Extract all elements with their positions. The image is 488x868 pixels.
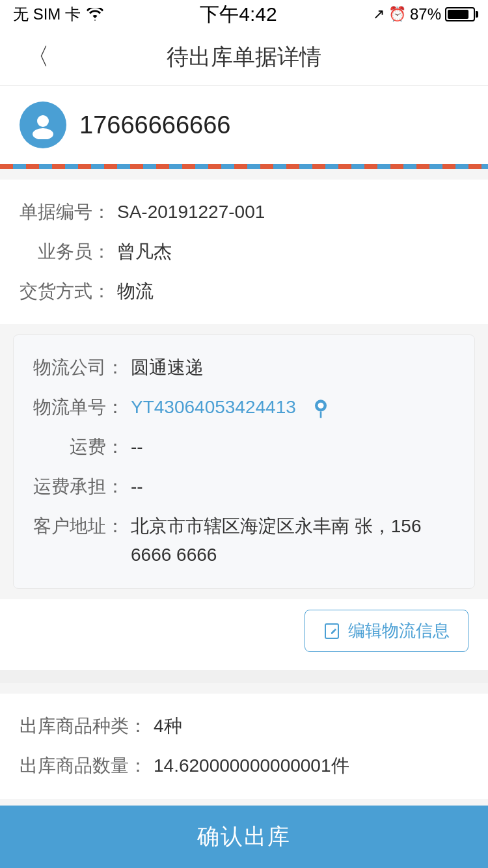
- dashed-divider: [0, 164, 488, 169]
- edit-logistics-button[interactable]: 编辑物流信息: [305, 610, 468, 652]
- delivery-label: 交货方式：: [20, 277, 111, 306]
- battery-percent: 87%: [410, 5, 441, 23]
- goods-quantity-value: 14.620000000000001件: [154, 752, 468, 781]
- edit-icon: [323, 622, 342, 640]
- doc-number-label: 单据编号：: [20, 198, 111, 227]
- salesperson-value: 曾凡杰: [117, 237, 468, 267]
- freight-value: --: [131, 433, 455, 462]
- goods-info-section: 出库商品种类： 4种 出库商品数量： 14.620000000000001件: [0, 694, 488, 799]
- wifi-icon: [86, 8, 104, 21]
- edit-logistics-label: 编辑物流信息: [348, 619, 450, 642]
- tracking-label: 物流单号：: [33, 393, 124, 422]
- goods-type-label: 出库商品种类：: [20, 712, 147, 741]
- back-button[interactable]: 〈: [20, 34, 56, 79]
- goods-type-row: 出库商品种类： 4种: [20, 712, 468, 741]
- customer-header: 17666666666: [0, 86, 488, 164]
- avatar-icon: [29, 111, 57, 139]
- tracking-value: YT43064053424413: [131, 393, 455, 422]
- confirm-label: 确认出库: [197, 822, 291, 852]
- customer-phone: 17666666666: [79, 111, 230, 139]
- salesperson-label: 业务员：: [20, 237, 111, 267]
- doc-number-value: SA-20191227-001: [117, 198, 468, 227]
- avatar: [20, 102, 66, 148]
- page-title: 待出库单据详情: [167, 42, 321, 72]
- svg-point-1: [33, 128, 53, 139]
- nav-bar: 〈 待出库单据详情: [0, 29, 488, 86]
- location-status-icon: ↗: [373, 6, 385, 23]
- goods-quantity-label: 出库商品数量：: [20, 752, 147, 781]
- freight-payer-value: --: [131, 472, 455, 502]
- freight-label: 运费：: [33, 433, 124, 462]
- status-right: ↗ ⏰ 87%: [373, 5, 475, 23]
- edit-logistics-row: 编辑物流信息: [0, 599, 488, 670]
- delivery-row: 交货方式： 物流: [20, 277, 468, 306]
- svg-point-0: [37, 115, 49, 127]
- doc-number-row: 单据编号： SA-20191227-001: [20, 198, 468, 227]
- logistics-company-row: 物流公司： 圆通速递: [33, 353, 455, 383]
- alarm-icon: ⏰: [388, 6, 406, 23]
- time-display: 下午4:42: [200, 1, 277, 28]
- salesperson-row: 业务员： 曾凡杰: [20, 237, 468, 267]
- carrier-text: 无 SIM 卡: [13, 4, 81, 25]
- svg-rect-4: [325, 624, 338, 638]
- delivery-value: 物流: [117, 277, 468, 306]
- logistics-company-label: 物流公司：: [33, 353, 124, 383]
- goods-type-value: 4种: [154, 712, 468, 741]
- section-divider: [0, 670, 488, 683]
- logistics-company-value: 圆通速递: [131, 353, 455, 383]
- document-info-section: 单据编号： SA-20191227-001 业务员： 曾凡杰 交货方式： 物流: [0, 180, 488, 324]
- battery-icon: [445, 7, 475, 21]
- freight-payer-row: 运费承担： --: [33, 472, 455, 502]
- tracking-row: 物流单号： YT43064053424413: [33, 393, 455, 422]
- svg-point-3: [318, 403, 323, 409]
- goods-quantity-row: 出库商品数量： 14.620000000000001件: [20, 752, 468, 781]
- status-bar: 无 SIM 卡 下午4:42 ↗ ⏰ 87%: [0, 0, 488, 29]
- logistics-section: 物流公司： 圆通速递 物流单号： YT43064053424413 运费： --: [13, 334, 475, 589]
- address-label: 客户地址：: [33, 512, 124, 541]
- address-value: 北京市市辖区海淀区永丰南 张，156 6666 6666: [131, 512, 455, 571]
- address-row: 客户地址： 北京市市辖区海淀区永丰南 张，156 6666 6666: [33, 512, 455, 571]
- tracking-location-icon[interactable]: [309, 396, 335, 422]
- freight-row: 运费： --: [33, 433, 455, 462]
- status-left: 无 SIM 卡: [13, 4, 104, 25]
- confirm-outbound-button[interactable]: 确认出库: [0, 806, 488, 868]
- freight-payer-label: 运费承担：: [33, 472, 124, 502]
